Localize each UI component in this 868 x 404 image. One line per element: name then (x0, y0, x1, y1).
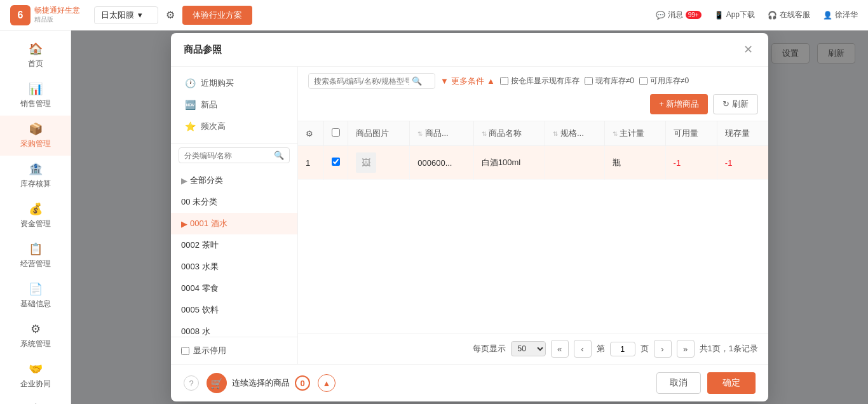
col-check (323, 121, 348, 146)
sidebar-item-operations[interactable]: 📋 经营管理 (0, 236, 71, 276)
sidebar-item-system[interactable]: ⚙ 系统管理 (0, 316, 71, 356)
sidebar-item-basic[interactable]: 📄 基础信息 (0, 276, 71, 316)
usable-nonzero-checkbox[interactable] (639, 77, 648, 85)
category-label-tea: 0002 茶叶 (181, 239, 219, 251)
product-search-input[interactable] (314, 77, 409, 86)
usable-nonzero-area: 可用库存≠0 (639, 76, 689, 86)
sidebar-item-finance[interactable]: 💰 资金管理 (0, 196, 71, 236)
company-chevron-icon: ▾ (138, 10, 142, 20)
row-checkbox[interactable] (332, 158, 340, 166)
category-label-fruit: 0003 水果 (181, 261, 219, 273)
next-page-button[interactable]: › (654, 340, 672, 358)
tab-frequent[interactable]: ⭐ 频次高 (179, 116, 290, 137)
tab-recent-purchase[interactable]: 🕐 近期购买 (179, 73, 290, 93)
sidebar-item-home[interactable]: 🏠 首页 (0, 36, 71, 76)
modal-close-button[interactable]: ✕ (740, 42, 756, 57)
select-all-checkbox[interactable] (332, 128, 340, 137)
cell-no: 1 (298, 146, 323, 180)
finance-icon: 💰 (29, 202, 43, 216)
help-button[interactable]: ? (184, 375, 199, 391)
sidebar-item-enterprise[interactable]: 🤝 企业协同 (0, 356, 71, 396)
cell-stock: -1 (717, 146, 768, 180)
add-product-button[interactable]: + 新增商品 (650, 94, 708, 114)
available-nonzero-checkbox[interactable] (585, 77, 593, 85)
modal-body: 🕐 近期购买 🆕 新品 ⭐ 频次高 (171, 67, 768, 364)
warehouse-filter-checkbox[interactable] (500, 77, 508, 85)
modal-title: 商品参照 (184, 44, 222, 56)
page-size-select[interactable]: 50 10 20 100 (511, 341, 546, 356)
filter-icon: ▼ (440, 76, 449, 86)
table-body: 1 🖼 (298, 146, 768, 180)
category-arrow-liquor: ▶ (181, 219, 187, 229)
sidebar-item-purchase[interactable]: 📦 采购管理 (0, 116, 71, 156)
company-name: 日太阳膜 (101, 10, 134, 21)
gear-icon[interactable]: ⚙ (166, 9, 175, 21)
category-item-liquor[interactable]: ▶ 0001 酒水 (171, 213, 297, 234)
headset-icon: 🎧 (768, 11, 777, 20)
fold-cart-button[interactable]: ▲ (318, 374, 336, 392)
category-item-snack[interactable]: 0004 零食 (171, 278, 297, 299)
sidebar-label-purchase: 采购管理 (20, 138, 51, 149)
sort-icon-unit: ⇅ (613, 130, 618, 137)
col-name-header[interactable]: ⇅ 商品名称 (473, 121, 545, 146)
sidebar-label-home: 首页 (28, 58, 43, 69)
category-item-fruit[interactable]: 0003 水果 (171, 256, 297, 278)
sidebar-item-sales[interactable]: 📊 销售管理 (0, 76, 71, 116)
product-table-container: ⚙ 商品图片 ⇅ 商品... (298, 121, 768, 333)
col-spec-header[interactable]: ⇅ 规格... (545, 121, 604, 146)
company-select[interactable]: 日太阳膜 ▾ (94, 6, 158, 24)
user-item[interactable]: 👤 徐泽华 (823, 10, 858, 20)
available-nonzero-label: 现有库存≠0 (595, 76, 634, 86)
category-item-tea[interactable]: 0002 茶叶 (171, 234, 297, 256)
table-header: ⚙ 商品图片 ⇅ 商品... (298, 121, 768, 146)
usable-nonzero-label: 可用库存≠0 (650, 76, 689, 86)
logo-sub: 精品版 (34, 15, 80, 24)
logo-icon: 6 (10, 5, 31, 25)
category-item-water[interactable]: 0008 水 (171, 321, 297, 337)
cell-check (323, 146, 348, 180)
operations-icon: 📋 (29, 242, 43, 256)
sidebar-label-inventory: 库存核算 (20, 178, 51, 189)
category-item-all[interactable]: ▶ 全部分类 (171, 170, 297, 191)
refresh-button[interactable]: ↻ 刷新 (713, 94, 758, 114)
last-page-button[interactable]: » (677, 340, 695, 358)
category-item-uncategorized[interactable]: 00 未分类 (171, 191, 297, 213)
page-number-input[interactable] (610, 342, 635, 356)
online-service-item[interactable]: 🎧 在线客服 (768, 10, 810, 20)
product-reference-modal: 商品参照 ✕ 🕐 近期购买 🆕 (171, 33, 768, 401)
trial-button[interactable]: 体验行业方案 (182, 6, 252, 25)
sidebar-item-inventory[interactable]: 🏦 库存核算 (0, 156, 71, 196)
available-nonzero-area: 现有库存≠0 (585, 76, 634, 86)
cell-available: -1 (665, 146, 717, 180)
col-no: ⚙ (298, 121, 323, 146)
first-page-button[interactable]: « (551, 340, 569, 358)
table-row[interactable]: 1 🖼 (298, 146, 768, 180)
cart-count-badge: 0 (295, 375, 310, 391)
cancel-button[interactable]: 取消 (656, 372, 701, 394)
col-code-header[interactable]: ⇅ 商品... (410, 121, 474, 146)
tab-new-products[interactable]: 🆕 新品 (179, 95, 290, 115)
confirm-button[interactable]: 确定 (707, 372, 756, 394)
app-download-item[interactable]: 📱 App下载 (714, 10, 755, 20)
warehouse-filter-label: 按仓库显示现有库存 (511, 76, 580, 86)
cell-spec (545, 146, 604, 180)
settings-gear-icon[interactable]: ⚙ (306, 129, 313, 138)
messages-item[interactable]: 💬 消息 99+ (656, 10, 702, 20)
category-item-beverage[interactable]: 0005 饮料 (171, 299, 297, 321)
page-suffix: 页 (641, 343, 649, 354)
topbar-right: 💬 消息 99+ 📱 App下载 🎧 在线客服 👤 徐泽华 (656, 10, 858, 20)
show-disabled-checkbox[interactable] (181, 347, 189, 355)
category-search-input[interactable] (184, 151, 271, 160)
filter-button[interactable]: ▼ 更多条件 ▲ (440, 76, 495, 87)
messages-label: 消息 (668, 10, 683, 20)
tab-new-label: 新品 (201, 99, 217, 111)
sort-icon-spec: ⇅ (553, 130, 558, 137)
prev-page-button[interactable]: ‹ (574, 340, 592, 358)
enterprise-icon: 🤝 (29, 362, 43, 376)
col-unit-header[interactable]: ⇅ 主计量 (604, 121, 665, 146)
cart-text-label: 连续选择的商品 (232, 377, 290, 389)
sidebar-label-finance: 资金管理 (20, 219, 51, 229)
right-panel: 🔍 ▼ 更多条件 ▲ 按仓库显示现有库存 (298, 67, 768, 364)
category-search-box: 🔍 (179, 147, 290, 163)
sidebar-item-guide[interactable]: 🎓 新手引导 (0, 396, 71, 404)
